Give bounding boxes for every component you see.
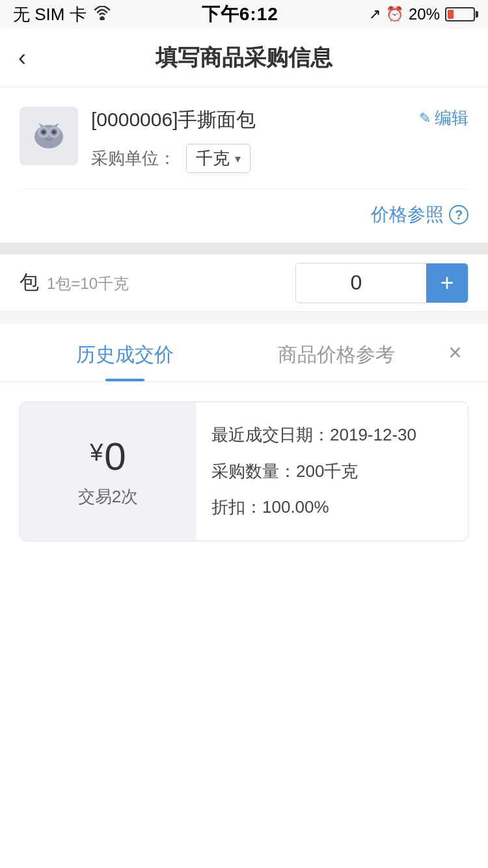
price-ref-button[interactable]: 价格参照 ? bbox=[371, 202, 468, 227]
price-display: ¥ 0 bbox=[90, 434, 126, 479]
page-title: 填写商品采购信息 bbox=[156, 43, 332, 73]
edit-button[interactable]: ✎ 编辑 bbox=[419, 107, 468, 129]
edit-icon: ✎ bbox=[419, 110, 431, 127]
back-button[interactable]: ‹ bbox=[18, 44, 26, 72]
unit-value: 千克 bbox=[196, 147, 230, 170]
recent-date-value: 2019-12-30 bbox=[330, 425, 416, 444]
battery-icon bbox=[445, 7, 475, 21]
status-time: 下午6:12 bbox=[202, 2, 278, 27]
price-ref-label: 价格参照 bbox=[371, 202, 444, 227]
tab-history-price[interactable]: 历史成交价 bbox=[20, 323, 230, 381]
tabs-container: 历史成交价 商品价格参考 × ¥ 0 交易2次 最近成交日期：2019-12-3… bbox=[0, 323, 488, 561]
svg-point-0 bbox=[34, 125, 63, 148]
svg-point-5 bbox=[42, 130, 46, 133]
product-logo-icon bbox=[29, 114, 68, 159]
purchase-qty-row: 采购数量：200千克 bbox=[211, 458, 452, 485]
quantity-add-button[interactable]: + bbox=[426, 264, 468, 303]
product-section: [0000006]手撕面包 采购单位： 千克 ▾ ✎ 编辑 价格参照 ? bbox=[0, 87, 488, 243]
discount-row: 折扣：100.00% bbox=[211, 494, 452, 521]
quantity-input[interactable] bbox=[296, 264, 426, 303]
unit-selector[interactable]: 千克 ▾ bbox=[186, 144, 251, 173]
status-left: 无 SIM 卡 bbox=[13, 3, 111, 26]
currency-symbol: ¥ bbox=[90, 439, 103, 467]
product-name: [0000006]手撕面包 bbox=[91, 107, 256, 133]
tabs-row: 历史成交价 商品价格参考 × bbox=[0, 323, 488, 382]
card-right: 最近成交日期：2019-12-30 采购数量：200千克 折扣：100.00% bbox=[196, 402, 468, 541]
unit-conversion: 1包=10千克 bbox=[47, 273, 129, 294]
content-area bbox=[0, 561, 488, 868]
product-unit-row: 采购单位： 千克 ▾ bbox=[91, 144, 256, 173]
history-content: ¥ 0 交易2次 最近成交日期：2019-12-30 采购数量：200千克 折扣… bbox=[0, 382, 488, 561]
quantity-label-group: 包 1包=10千克 bbox=[20, 269, 129, 296]
unit-badge: 包 bbox=[20, 269, 39, 296]
discount-value: 100.00% bbox=[262, 497, 329, 517]
battery-percent: 20% bbox=[409, 5, 440, 23]
alarm-icon: ⏰ bbox=[386, 6, 403, 23]
quantity-controls: + bbox=[295, 263, 468, 303]
status-bar: 无 SIM 卡 下午6:12 ↗ ⏰ 20% bbox=[0, 0, 488, 29]
discount-label: 折扣： bbox=[211, 497, 262, 517]
product-thumbnail bbox=[20, 107, 78, 165]
svg-point-6 bbox=[53, 130, 56, 133]
location-icon: ↗ bbox=[369, 6, 381, 23]
product-header: [0000006]手撕面包 采购单位： 千克 ▾ ✎ 编辑 bbox=[20, 107, 468, 173]
status-right: ↗ ⏰ 20% bbox=[369, 5, 475, 23]
history-card: ¥ 0 交易2次 最近成交日期：2019-12-30 采购数量：200千克 折扣… bbox=[20, 401, 468, 541]
recent-date-row: 最近成交日期：2019-12-30 bbox=[211, 422, 452, 449]
quantity-row: 包 1包=10千克 + bbox=[0, 254, 488, 312]
price-value: 0 bbox=[104, 434, 126, 479]
dropdown-arrow-icon: ▾ bbox=[235, 152, 241, 166]
purchase-qty-value: 200千克 bbox=[296, 461, 358, 481]
wifi-icon bbox=[93, 5, 111, 25]
purchase-qty-label: 采购数量： bbox=[211, 461, 296, 481]
product-info: [0000006]手撕面包 采购单位： 千克 ▾ bbox=[91, 107, 256, 173]
nav-bar: ‹ 填写商品采购信息 bbox=[0, 29, 488, 87]
price-ref-row: 价格参照 ? bbox=[20, 189, 468, 243]
recent-date-label: 最近成交日期： bbox=[211, 425, 330, 444]
help-icon: ? bbox=[449, 205, 468, 224]
product-left: [0000006]手撕面包 采购单位： 千克 ▾ bbox=[20, 107, 256, 173]
section-divider bbox=[0, 243, 488, 254]
unit-label: 采购单位： bbox=[91, 147, 176, 170]
tab-price-reference[interactable]: 商品价格参考 bbox=[230, 323, 441, 381]
card-left: ¥ 0 交易2次 bbox=[20, 402, 196, 541]
no-sim-text: 无 SIM 卡 bbox=[13, 3, 87, 26]
tab-close-button[interactable]: × bbox=[442, 339, 468, 366]
trade-count: 交易2次 bbox=[78, 485, 138, 508]
